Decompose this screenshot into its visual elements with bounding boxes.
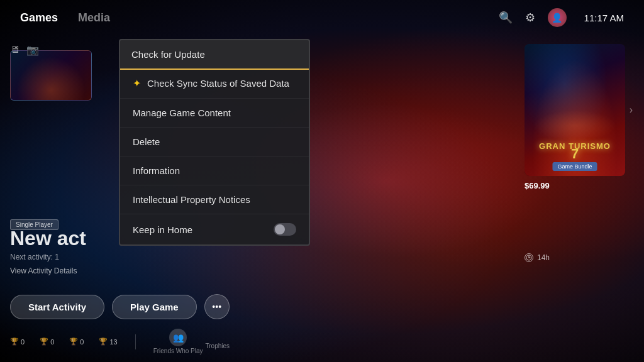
menu-item-check-update[interactable]: Check for Update	[119, 39, 310, 70]
right-panel: GRAN TURISMO 7 Game Bundle › $69.99 14h	[525, 44, 625, 262]
screen-icon: 🖥	[10, 44, 20, 56]
keep-in-home-toggle[interactable]	[274, 223, 296, 236]
toggle-thumb	[275, 224, 285, 234]
next-activity-text: Next activity: 1	[10, 253, 59, 261]
trophy-gold-count: 0	[50, 338, 54, 346]
play-time-value: 14h	[537, 253, 550, 262]
trophy-bronze-icon: 🏆	[99, 337, 108, 346]
menu-item-keep-in-home[interactable]: Keep in Home	[120, 214, 309, 244]
game-price: $69.99	[525, 181, 625, 190]
friends-who-play: 👥 Friends Who Play	[153, 329, 203, 354]
activity-title: New act	[10, 227, 86, 250]
clock-icon	[525, 253, 533, 262]
trophy-gold-icon: 🏆	[40, 337, 48, 346]
camera-icon: 📷	[26, 44, 39, 56]
top-navigation: Games Media 🔍 ⚙ 👤 11:17 AM	[0, 0, 644, 35]
menu-item-ip-notices-label: Intellectual Property Notices	[133, 194, 250, 205]
menu-item-keep-in-home-label: Keep in Home	[133, 224, 192, 235]
trophy-platinum-count: 0	[21, 338, 25, 346]
nav-tab-media[interactable]: Media	[78, 9, 110, 27]
nav-tabs: Games Media	[20, 9, 110, 27]
play-time: 14h	[525, 253, 625, 262]
menu-item-information[interactable]: Information	[120, 156, 309, 185]
chevron-right-icon: ›	[630, 104, 633, 116]
avatar[interactable]: 👤	[548, 8, 567, 27]
nav-tab-games[interactable]: Games	[20, 9, 58, 27]
game-bundle-badge: Game Bundle	[552, 162, 597, 171]
trophy-bronze: 🏆 13	[99, 337, 117, 346]
trophy-silver: 🏆 0	[69, 337, 84, 346]
menu-item-manage-content-label: Manage Game Content	[133, 107, 231, 118]
clock-display: 11:17 AM	[584, 13, 624, 23]
avatar-placeholder: 👤	[552, 13, 562, 23]
nav-icons: 🔍 ⚙ 👤 11:17 AM	[499, 8, 624, 27]
trophy-platinum: 🏆 0	[10, 337, 25, 346]
menu-item-delete-label: Delete	[133, 136, 160, 147]
menu-item-ip-notices[interactable]: Intellectual Property Notices	[120, 185, 309, 214]
start-activity-button[interactable]: Start Activity	[10, 295, 104, 319]
menu-item-check-update-label: Check for Update	[131, 49, 205, 60]
friends-label: Friends Who Play	[153, 348, 203, 354]
menu-item-delete[interactable]: Delete	[120, 128, 309, 156]
more-options-button[interactable]: •••	[204, 294, 230, 319]
bottom-buttons: Start Activity Play Game •••	[10, 294, 230, 319]
gt-number: 7	[571, 146, 579, 162]
trophy-gold: 🏆 0	[40, 337, 54, 346]
context-menu: Check for Update ✦ Check Sync Status of …	[119, 39, 310, 246]
search-icon[interactable]: 🔍	[499, 11, 513, 25]
friends-icon: 👥	[169, 329, 187, 346]
game-bundle-card[interactable]: GRAN TURISMO 7 Game Bundle	[525, 44, 625, 176]
keep-in-home-toggle-container	[274, 223, 296, 236]
trophies-label: Trophies	[206, 343, 230, 349]
trophy-bronze-count: 13	[109, 338, 117, 346]
game-thumbnail-area: GT	[10, 50, 92, 138]
menu-item-check-sync[interactable]: ✦ Check Sync Status of Saved Data	[120, 69, 309, 99]
ps-plus-icon: ✦	[133, 77, 141, 89]
game-thumbnail[interactable]: GT	[10, 50, 92, 101]
menu-item-check-sync-label: Check Sync Status of Saved Data	[147, 78, 289, 89]
screen-camera-icons: 🖥 📷	[10, 44, 39, 56]
game-bundle-wrapper: GRAN TURISMO 7 Game Bundle ›	[525, 44, 625, 176]
menu-item-information-label: Information	[133, 165, 180, 176]
trophies-row: 🏆 0 🏆 0 🏆 0 🏆 13 👥 Friends Who Play Trop…	[10, 329, 230, 354]
trophy-silver-count: 0	[80, 338, 84, 346]
play-game-button[interactable]: Play Game	[112, 295, 197, 319]
trophy-silver-icon: 🏆	[69, 337, 78, 346]
trophy-platinum-icon: 🏆	[10, 337, 19, 346]
view-activity-link[interactable]: View Activity Details	[10, 266, 77, 275]
menu-item-manage-content[interactable]: Manage Game Content	[120, 99, 309, 128]
settings-icon[interactable]: ⚙	[525, 11, 535, 25]
divider	[135, 334, 136, 349]
